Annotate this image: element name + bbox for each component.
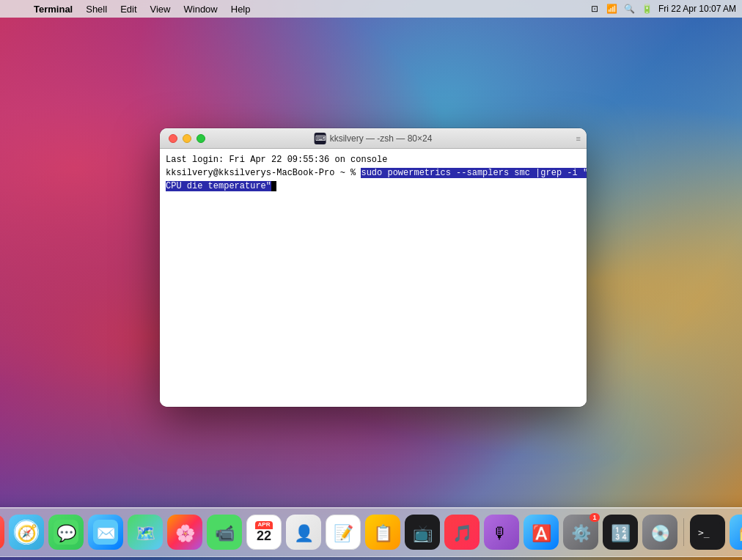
dock: 🐸 🚀 🧭 💬 ✉️ 🗺️ 🌸 📹 APR 22 👤 📝 📋 📺 🎵 [0, 507, 742, 557]
menubar-edit[interactable]: Edit [114, 2, 142, 16]
svg-text:🎵: 🎵 [452, 523, 473, 543]
terminal-body[interactable]: Last login: Fri Apr 22 09:55:36 on conso… [160, 149, 587, 407]
svg-text:⚙️: ⚙️ [571, 523, 592, 543]
dock-item-music[interactable]: 🎵 [444, 515, 480, 550]
dock-item-calculator[interactable]: 🔢 [603, 515, 638, 550]
svg-text:🎙: 🎙 [492, 524, 508, 542]
wifi-icon[interactable]: 📶 [606, 2, 619, 15]
terminal-titlebar: kksilvery — -zsh — 80×24 ≡ [160, 128, 587, 149]
svg-text:📁: 📁 [738, 523, 742, 543]
traffic-lights [169, 134, 205, 143]
battery-icon[interactable]: 🔋 [641, 2, 654, 15]
dock-item-facetime[interactable]: 📹 [207, 515, 242, 550]
svg-text:🔢: 🔢 [611, 523, 631, 543]
dock-separator [683, 518, 684, 546]
menubar-shell[interactable]: Shell [80, 2, 113, 16]
dock-item-messages[interactable]: 💬 [48, 515, 84, 550]
minimize-button[interactable] [183, 134, 191, 143]
terminal-command-highlighted: sudo powermetrics --samplers smc |grep -… [361, 168, 587, 178]
menubar-left: Terminal Shell Edit View Window Help [6, 2, 588, 16]
dock-item-maps[interactable]: 🗺️ [128, 515, 163, 550]
dock-item-terminal[interactable]: >_ [690, 515, 725, 550]
close-button[interactable] [169, 134, 177, 143]
dock-item-contacts[interactable]: 👤 [286, 515, 321, 550]
dock-item-launchpad[interactable]: 🚀 [0, 515, 4, 550]
dock-item-photos[interactable]: 🌸 [167, 515, 202, 550]
dock-item-safari[interactable]: 🧭 [9, 515, 44, 550]
terminal-prompt-line: kksilvery@kksilverys-MacBook-Pro ~ % sud… [166, 166, 581, 180]
svg-text:📝: 📝 [334, 523, 354, 543]
fullscreen-icon[interactable]: ⊡ [588, 2, 601, 15]
svg-text:>_: >_ [698, 527, 710, 538]
svg-text:🅰️: 🅰️ [532, 523, 552, 543]
svg-text:📺: 📺 [413, 523, 433, 543]
menubar-app-name[interactable]: Terminal [28, 2, 78, 16]
dock-item-notes[interactable]: 📋 [365, 515, 400, 550]
syspreferences-badge: 1 [589, 513, 600, 522]
menubar-right: ⊡ 📶 🔍 🔋 Fri 22 Apr 10:07 AM [588, 2, 736, 15]
scrollbar-indicator: ≡ [576, 134, 581, 143]
dock-item-podcasts[interactable]: 🎙 [484, 515, 519, 550]
menubar-help[interactable]: Help [225, 2, 257, 16]
svg-text:👤: 👤 [294, 523, 315, 543]
calendar-date: 22 [255, 529, 273, 544]
svg-text:🧭: 🧭 [17, 523, 37, 543]
maximize-button[interactable] [196, 134, 205, 143]
svg-text:🌸: 🌸 [175, 523, 196, 543]
svg-text:🗺️: 🗺️ [136, 523, 156, 543]
terminal-cursor [271, 181, 276, 191]
dock-item-calendar[interactable]: APR 22 [246, 515, 282, 550]
dock-item-reminders[interactable]: 📝 [326, 515, 361, 550]
terminal-line-3: CPU die temperature" [166, 180, 581, 193]
menubar-view[interactable]: View [144, 2, 177, 16]
terminal-window: kksilvery — -zsh — 80×24 ≡ Last login: F… [160, 128, 587, 407]
dock-item-dvdplayer[interactable]: 💿 [642, 515, 677, 550]
menubar: Terminal Shell Edit View Window Help ⊡ 📶… [0, 0, 742, 18]
dock-item-appletv[interactable]: 📺 [405, 515, 440, 550]
search-icon[interactable]: 🔍 [623, 2, 636, 15]
terminal-title: kksilvery — -zsh — 80×24 [315, 133, 433, 144]
svg-text:📋: 📋 [373, 523, 394, 543]
apple-menu[interactable] [9, 7, 21, 10]
dock-item-mail[interactable]: ✉️ [88, 515, 123, 550]
terminal-line-1: Last login: Fri Apr 22 09:55:36 on conso… [166, 153, 581, 166]
dock-item-finder2[interactable]: 📁 [730, 515, 742, 550]
dock-item-appstore[interactable]: 🅰️ [524, 515, 559, 550]
svg-text:✉️: ✉️ [96, 523, 117, 543]
terminal-app-icon [315, 133, 326, 144]
menubar-datetime[interactable]: Fri 22 Apr 10:07 AM [658, 4, 736, 14]
dock-item-syspreferences[interactable]: ⚙️ 1 [563, 515, 598, 550]
svg-text:💿: 💿 [650, 523, 671, 543]
menubar-window[interactable]: Window [178, 2, 224, 16]
svg-text:📹: 📹 [215, 523, 235, 543]
svg-text:💬: 💬 [56, 523, 77, 543]
